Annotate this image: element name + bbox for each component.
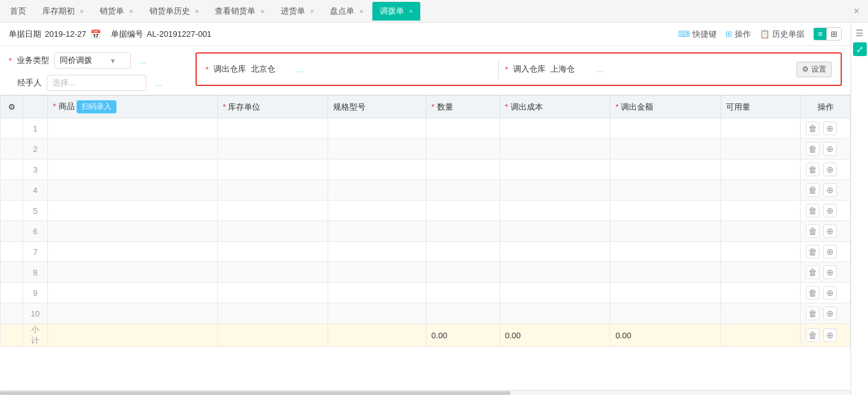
- table-row: 6 🗑 ⊕: [1, 221, 851, 242]
- delete-row-btn[interactable]: 🗑: [806, 224, 819, 238]
- tab-inventory-count[interactable]: 盘点单 ×: [323, 2, 370, 21]
- th-spec-label: 规格型号: [333, 102, 366, 112]
- scrollbar-thumb[interactable]: [0, 391, 511, 395]
- row-gear-cell: [1, 159, 23, 180]
- history-btn[interactable]: 📋 历史单据: [760, 29, 804, 40]
- scan-btn[interactable]: 扫码录入: [77, 100, 116, 113]
- doc-date-field: 单据日期 2019-12-27 📅: [9, 29, 101, 40]
- copy-row-btn[interactable]: ⊕: [823, 307, 837, 320]
- th-rownum: [23, 96, 48, 118]
- source-warehouse-more-icon[interactable]: ...: [297, 65, 304, 74]
- doc-no-field: 单据编号 AL-20191227-001: [111, 29, 212, 40]
- business-type-more-icon[interactable]: ...: [139, 56, 146, 65]
- copy-row-btn[interactable]: ⊕: [823, 204, 837, 217]
- tab-inventory-init[interactable]: 库存期初 ×: [35, 2, 91, 21]
- delete-row-btn[interactable]: 🗑: [806, 307, 819, 320]
- history-label: 历史单据: [772, 29, 804, 40]
- tab-purchase-order[interactable]: 进货单 ×: [273, 2, 321, 21]
- delete-row-btn[interactable]: 🗑: [806, 265, 819, 279]
- th-op: 操作: [801, 96, 851, 118]
- handler-select[interactable]: 选择...: [47, 75, 146, 91]
- table-row: 5 🗑 ⊕: [1, 201, 851, 221]
- row-product-cell[interactable]: [48, 262, 218, 283]
- delete-row-btn[interactable]: 🗑: [806, 142, 819, 156]
- tab-home[interactable]: 首页: [2, 2, 34, 21]
- delete-row-btn[interactable]: 🗑: [806, 245, 819, 259]
- th-product-label: 商品: [59, 102, 75, 111]
- tab-sales-order[interactable]: 销货单 ×: [92, 2, 140, 21]
- tab-inventory-count-close[interactable]: ×: [359, 7, 363, 15]
- row-op-cell: 🗑 ⊕: [801, 324, 851, 347]
- th-spec: 规格型号: [328, 96, 427, 118]
- handler-label: 经手人: [17, 77, 42, 88]
- copy-row-btn[interactable]: ⊕: [823, 328, 837, 342]
- business-type-select[interactable]: 同价调拨 ▾: [54, 52, 131, 69]
- tab-sales-order-label: 销货单: [100, 6, 124, 17]
- sidebar-expand-icon[interactable]: ⤢: [853, 42, 867, 56]
- th-amount: 调出金额: [610, 96, 721, 118]
- sidebar-list-icon[interactable]: ☰: [853, 26, 867, 40]
- row-product-cell[interactable]: [48, 118, 218, 139]
- row-op-cell: 🗑 ⊕: [801, 303, 851, 324]
- tab-purchase-order-close[interactable]: ×: [310, 7, 314, 15]
- tab-sales-order-close[interactable]: ×: [129, 7, 133, 15]
- row-spec-cell: [328, 242, 427, 262]
- window-close-btn[interactable]: ×: [847, 3, 866, 19]
- tab-sales-history-close[interactable]: ×: [195, 7, 199, 15]
- row-amount-cell: [610, 242, 721, 262]
- delete-row-btn[interactable]: 🗑: [806, 204, 819, 217]
- row-cost-cell: [499, 159, 610, 180]
- row-product-cell[interactable]: [48, 242, 218, 262]
- row-qty-cell: [426, 201, 499, 221]
- row-product-cell[interactable]: [48, 159, 218, 180]
- tab-view-sales[interactable]: 查看销货单 ×: [207, 2, 271, 21]
- copy-row-btn[interactable]: ⊕: [823, 245, 837, 259]
- row-product-cell[interactable]: [48, 139, 218, 159]
- delete-row-btn[interactable]: 🗑: [806, 163, 819, 176]
- tab-view-sales-close[interactable]: ×: [260, 7, 264, 15]
- copy-row-btn[interactable]: ⊕: [823, 142, 837, 156]
- business-type-required-star: *: [9, 56, 12, 65]
- row-product-cell[interactable]: [48, 303, 218, 324]
- row-op-cell: 🗑 ⊕: [801, 139, 851, 159]
- row-available-cell: [720, 303, 800, 324]
- row-product-cell[interactable]: [48, 221, 218, 242]
- copy-row-btn[interactable]: ⊕: [823, 286, 837, 300]
- copy-row-btn[interactable]: ⊕: [823, 183, 837, 197]
- horizontal-scrollbar[interactable]: [0, 390, 851, 395]
- tab-transfer-order-close[interactable]: ×: [409, 7, 413, 15]
- delete-row-btn[interactable]: 🗑: [806, 286, 819, 300]
- copy-row-btn[interactable]: ⊕: [823, 121, 837, 135]
- row-product-cell[interactable]: [48, 283, 218, 303]
- shortcuts-btn[interactable]: ⌨ 快捷键: [678, 29, 717, 40]
- row-product-cell[interactable]: [48, 180, 218, 201]
- target-warehouse-more-icon[interactable]: ...: [597, 65, 603, 74]
- delete-row-btn[interactable]: 🗑: [806, 328, 819, 342]
- copy-row-btn[interactable]: ⊕: [823, 163, 837, 176]
- handler-more-icon[interactable]: ...: [155, 79, 162, 88]
- delete-row-btn[interactable]: 🗑: [806, 121, 819, 135]
- row-qty-cell: [426, 221, 499, 242]
- copy-row-btn[interactable]: ⊕: [823, 224, 837, 238]
- th-op-label: 操作: [818, 102, 834, 112]
- items-table: ⚙ 商品 扫码录入 库存单位 规格型号 数量: [0, 95, 851, 347]
- row-cost-cell: [499, 180, 610, 201]
- view-grid-btn[interactable]: ⊞: [827, 28, 841, 40]
- view-list-btn[interactable]: ≡: [814, 28, 827, 40]
- th-cost-label: 调出成本: [511, 102, 543, 112]
- tab-sales-history[interactable]: 销货单历史 ×: [142, 2, 206, 21]
- operations-btn[interactable]: ⊞ 操作: [725, 29, 751, 40]
- copy-row-btn[interactable]: ⊕: [823, 265, 837, 279]
- tab-inventory-init-close[interactable]: ×: [80, 7, 83, 15]
- calendar-icon[interactable]: 📅: [90, 29, 101, 39]
- row-available-cell: [720, 159, 800, 180]
- row-product-cell[interactable]: [48, 201, 218, 221]
- row-product-cell[interactable]: [48, 324, 218, 347]
- settings-btn[interactable]: ⚙ 设置: [796, 62, 832, 77]
- gear-icon: ⚙: [802, 65, 809, 74]
- chevron-down-icon: ▾: [111, 56, 115, 65]
- tab-transfer-order[interactable]: 调拨单 ×: [372, 2, 420, 21]
- th-gear[interactable]: ⚙: [1, 96, 23, 118]
- delete-row-btn[interactable]: 🗑: [806, 183, 819, 197]
- tab-transfer-order-label: 调拨单: [380, 6, 404, 17]
